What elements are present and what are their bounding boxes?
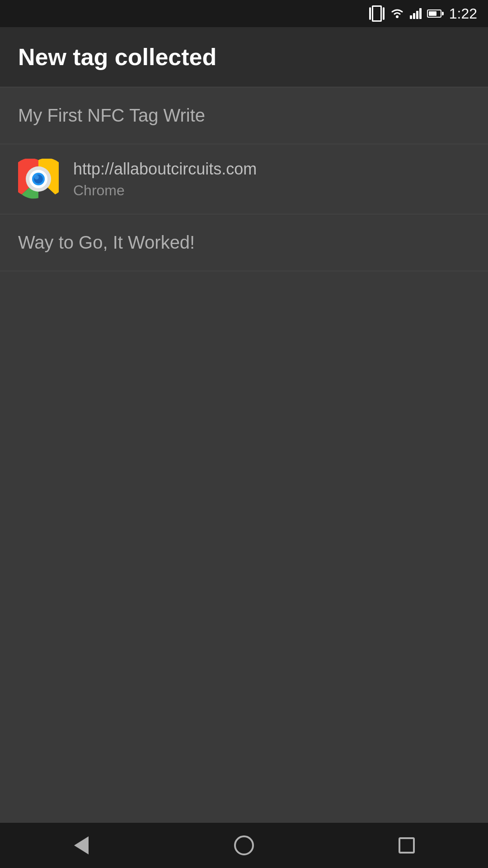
url-text: http://allaboutcircuits.com [73, 160, 257, 179]
back-icon [74, 836, 89, 854]
wifi-icon [390, 6, 404, 21]
status-bar: 1:22 [0, 0, 488, 27]
nav-home-button[interactable] [221, 832, 267, 859]
app-header: New tag collected [0, 27, 488, 87]
svg-point-6 [34, 175, 39, 179]
vibrate-icon [369, 5, 385, 22]
url-item[interactable]: http://allaboutcircuits.com Chrome [0, 144, 488, 214]
battery-icon [427, 9, 444, 18]
nav-back-button[interactable] [59, 832, 104, 859]
empty-area [0, 271, 488, 823]
status-time: 1:22 [449, 5, 477, 22]
app-name-text: Chrome [73, 182, 257, 199]
chrome-icon [18, 159, 59, 199]
nav-recents-button[interactable] [384, 832, 429, 859]
url-info: http://allaboutcircuits.com Chrome [73, 160, 257, 199]
success-text: Way to Go, It Worked! [18, 232, 470, 253]
recents-icon [399, 837, 415, 854]
content-area: My First NFC Tag Write [0, 87, 488, 823]
status-icons: 1:22 [369, 5, 477, 22]
tag-name-text: My First NFC Tag Write [18, 105, 470, 126]
tag-name-item: My First NFC Tag Write [0, 87, 488, 144]
svg-point-0 [396, 15, 399, 18]
signal-icon [410, 8, 422, 19]
page-title: New tag collected [18, 43, 470, 71]
success-item: Way to Go, It Worked! [0, 214, 488, 271]
nav-bar [0, 823, 488, 868]
home-icon [234, 835, 254, 855]
